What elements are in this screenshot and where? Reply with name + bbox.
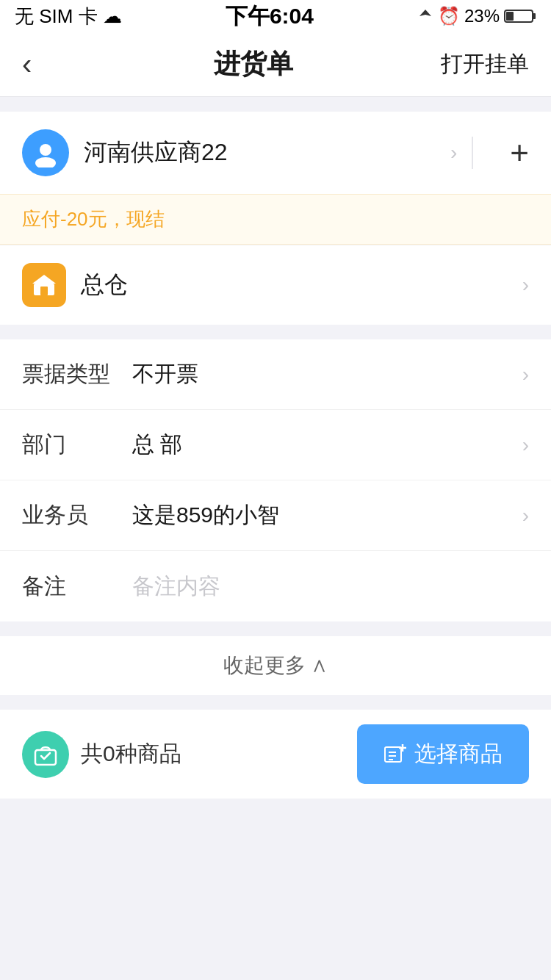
page-title: 进货单 — [214, 46, 293, 82]
nav-bar: ‹ 进货单 打开挂单 — [0, 32, 551, 97]
invoice-type-row[interactable]: 票据类型 不开票 › — [0, 339, 551, 410]
remark-row[interactable]: 备注 备注内容 — [0, 551, 551, 621]
invoice-type-chevron-icon: › — [522, 363, 529, 386]
svg-rect-1 — [506, 12, 514, 21]
bottom-bar: 共0种商品 选择商品 — [0, 710, 551, 799]
remark-label: 备注 — [22, 572, 110, 602]
supplier-avatar — [22, 129, 69, 176]
salesperson-label: 业务员 — [22, 500, 110, 530]
battery-icon — [504, 8, 536, 24]
warehouse-name: 总仓 — [81, 269, 522, 301]
add-supplier-button[interactable]: + — [510, 137, 529, 169]
select-product-button[interactable]: 选择商品 — [357, 724, 529, 784]
status-bar: 无 SIM 卡 ☁ 下午6:04 ⏰ 23% — [0, 0, 551, 32]
product-count-text: 共0种商品 — [81, 739, 181, 769]
warehouse-row[interactable]: 总仓 › — [0, 245, 551, 325]
back-button[interactable]: ‹ — [22, 48, 66, 81]
svg-marker-6 — [32, 275, 56, 284]
notice-banner: 应付-20元，现结 — [0, 194, 551, 245]
supplier-row[interactable]: 河南供应商22 › + — [0, 112, 551, 194]
supplier-divider — [472, 137, 473, 169]
invoice-type-label: 票据类型 — [22, 359, 110, 389]
alarm-icon: ⏰ — [438, 6, 460, 26]
warehouse-icon — [22, 263, 66, 307]
supplier-chevron-icon: › — [450, 141, 457, 165]
collapse-row[interactable]: 收起更多 ∧ — [0, 636, 551, 695]
collapse-label: 收起更多 ∧ — [223, 652, 328, 680]
svg-point-3 — [40, 144, 51, 156]
product-icon — [22, 731, 69, 778]
status-right: ⏰ 23% — [417, 6, 536, 26]
svg-point-4 — [35, 157, 56, 167]
invoice-type-value: 不开票 — [132, 359, 522, 389]
department-chevron-icon: › — [522, 433, 529, 457]
battery-text: 23% — [464, 6, 500, 26]
supplier-name: 河南供应商22 — [84, 137, 450, 169]
warehouse-chevron-icon: › — [522, 273, 529, 297]
svg-rect-7 — [40, 287, 48, 295]
salesperson-chevron-icon: › — [522, 504, 529, 527]
department-row[interactable]: 部门 总 部 › — [0, 410, 551, 480]
sim-signal: 无 SIM 卡 ☁ — [15, 4, 122, 29]
salesperson-row[interactable]: 业务员 这是859的小智 › — [0, 480, 551, 551]
remark-input[interactable]: 备注内容 — [132, 572, 529, 602]
svg-rect-2 — [533, 13, 536, 19]
select-product-label: 选择商品 — [414, 739, 503, 769]
product-count-area: 共0种商品 — [22, 731, 181, 778]
main-content: 河南供应商22 › + 应付-20元，现结 总仓 › 票据类型 不开票 — [0, 97, 551, 980]
status-time: 下午6:04 — [226, 1, 314, 32]
form-section: 票据类型 不开票 › 部门 总 部 › 业务员 这是859的小智 › 备注 备注… — [0, 339, 551, 621]
status-left: 无 SIM 卡 ☁ — [15, 4, 122, 29]
location-icon — [417, 8, 433, 24]
open-pending-button[interactable]: 打开挂单 — [441, 49, 529, 79]
supplier-section: 河南供应商22 › + 应付-20元，现结 总仓 › — [0, 112, 551, 325]
section-gap-1 — [0, 97, 551, 112]
department-value: 总 部 — [132, 430, 522, 460]
department-label: 部门 — [22, 430, 110, 460]
salesperson-value: 这是859的小智 — [132, 500, 522, 530]
